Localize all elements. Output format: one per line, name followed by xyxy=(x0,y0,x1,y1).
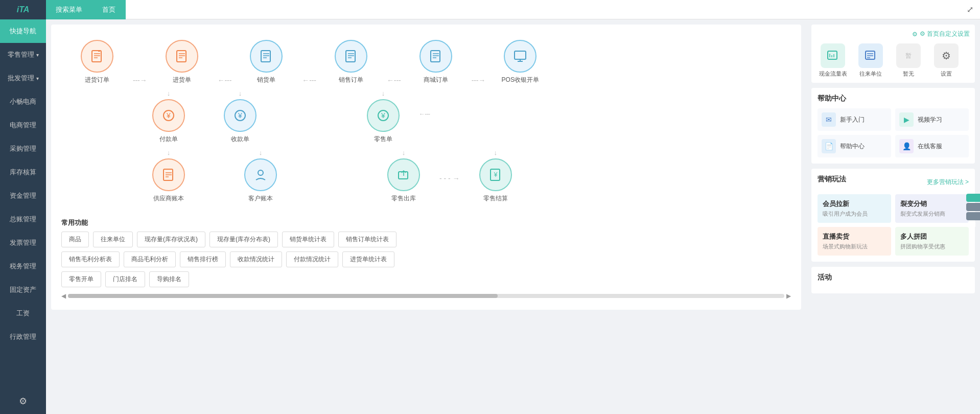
quick-icon-cashflow[interactable]: 现金流量表 xyxy=(816,43,849,78)
sidebar-bottom: ⚙ xyxy=(0,388,46,414)
tab-home[interactable]: 首页 xyxy=(92,0,126,19)
purchase-bill-icon xyxy=(166,40,198,73)
retail-bill-label: 零售单 xyxy=(374,135,392,144)
flow-diagram: 进货订单 - - - → 进货单 ← - - - xyxy=(61,35,791,213)
quick-icon-settings[interactable]: ⚙ 设置 xyxy=(930,43,963,78)
fission-title: 裂变分销 xyxy=(900,199,964,209)
retail-settle-icon: ¥ xyxy=(479,158,512,191)
scroll-right-arrow[interactable]: ▶ xyxy=(786,292,791,300)
sidebar-item-tax[interactable]: 税务管理 xyxy=(0,255,46,278)
func-btn-order-stat[interactable]: 销售订单统计表 xyxy=(338,232,396,247)
sidebar-item-wholesale[interactable]: 批发管理 ▾ xyxy=(0,66,46,90)
chevron-down-icon: ▾ xyxy=(36,76,39,81)
live-title: 直播卖货 xyxy=(823,232,886,241)
sidebar-item-admin[interactable]: 行政管理 xyxy=(0,325,46,349)
func-btn-store-rank[interactable]: 门店排名 xyxy=(105,271,145,287)
payment-label: 付款单 xyxy=(159,135,178,144)
flow-node-supplier-account[interactable]: ↓ 供应商账本 xyxy=(133,147,204,203)
help-item-help[interactable]: 📄 帮助中心 xyxy=(818,135,891,157)
purchase-bill-label: 进货单 xyxy=(173,76,191,84)
flow-node-retail-bill[interactable]: ↓ ¥ 零售单 xyxy=(347,87,419,144)
receipt-icon: ¥ xyxy=(224,99,256,132)
sidebar-item-inventory[interactable]: 库存核算 xyxy=(0,160,46,184)
arrow-v-retail-settle: ↓ xyxy=(494,149,497,156)
sidebar-item-retail[interactable]: 零售管理 ▾ xyxy=(0,43,46,66)
flow-node-mall-order[interactable]: 商城订单 xyxy=(400,40,472,84)
marketing-item-live[interactable]: 直播卖货 场景式购物新玩法 xyxy=(818,227,891,256)
func-btn-payment-stat[interactable]: 付款情况统计 xyxy=(286,251,338,267)
func-btn-stock2[interactable]: 现存量(库存分布表) xyxy=(209,232,278,247)
scroll-left-arrow[interactable]: ◀ xyxy=(61,292,66,300)
help-item-beginner[interactable]: ✉ 新手入门 xyxy=(818,108,891,131)
service-label: 在线客服 xyxy=(918,142,942,151)
sidebar-item-label: 电商管理 xyxy=(10,121,36,130)
beginner-label: 新手入门 xyxy=(840,116,865,124)
float-btn-service[interactable]: 客服热线 xyxy=(966,194,980,202)
sidebar-item-label: 行政管理 xyxy=(10,332,36,341)
sidebar-item-assets[interactable]: 固定资产 xyxy=(0,278,46,302)
func-btn-ranking[interactable]: 销售排行榜 xyxy=(180,251,226,267)
group-sub: 拼团购物享受优惠 xyxy=(900,243,964,250)
sidebar-item-quick-nav[interactable]: 快捷导航 xyxy=(0,19,46,43)
settings-icon-box: ⚙ xyxy=(934,43,959,68)
sidebar-item-salary[interactable]: 工资 xyxy=(0,302,46,325)
func-btn-retail-order[interactable]: 零售开单 xyxy=(61,271,101,287)
func-btn-sales-stat[interactable]: 销货单统计表 xyxy=(282,232,334,247)
help-item-video[interactable]: ▶ 视频学习 xyxy=(895,108,969,131)
float-btn-community[interactable]: 服务社区 xyxy=(966,203,980,211)
func-btn-receipt-stat[interactable]: 收款情况统计 xyxy=(230,251,282,267)
marketing-grid: 会员拉新 吸引用户成为会员 裂变分销 裂变式发展分销商 直播卖货 场景式购物新玩… xyxy=(818,194,969,256)
flow-node-customer-account[interactable]: ↓ 客户账本 xyxy=(225,147,296,203)
sidebar-item-label: 零售管理 xyxy=(8,50,34,59)
quick-icon-partners[interactable]: 往来单位 xyxy=(854,43,887,78)
scroll-track[interactable] xyxy=(68,294,784,298)
flow-node-retail-out[interactable]: ↓ 零售出库 xyxy=(368,147,439,203)
arrow-h-5: - - - → xyxy=(472,76,485,84)
fullscreen-icon[interactable]: ⤢ xyxy=(965,5,975,15)
sidebar-item-ecommerce-small[interactable]: 小畅电商 xyxy=(0,90,46,113)
supplier-account-icon xyxy=(152,158,185,191)
flow-node-purchase-bill[interactable]: 进货单 xyxy=(146,40,218,84)
svg-rect-20 xyxy=(515,51,526,59)
flow-node-sales-order[interactable]: 销售订单 xyxy=(315,40,387,84)
flow-node-receipt[interactable]: ↓ ¥ 收款单 xyxy=(204,87,276,144)
content-area: 进货订单 - - - → 进货单 ← - - - xyxy=(46,19,980,414)
sidebar-item-finance[interactable]: 资金管理 xyxy=(0,184,46,208)
func-btn-guide-rank[interactable]: 导购排名 xyxy=(149,271,189,287)
func-btn-profit1[interactable]: 销售毛利分析表 xyxy=(61,251,120,267)
supplier-account-label: 供应商账本 xyxy=(153,194,184,203)
marketing-item-member[interactable]: 会员拉新 吸引用户成为会员 xyxy=(818,194,891,223)
marketing-item-fission[interactable]: 裂变分销 裂变式发展分销商 xyxy=(895,194,969,223)
sidebar-item-purchase[interactable]: 采购管理 xyxy=(0,137,46,160)
quick-icon-none[interactable]: 暂 暂无 xyxy=(892,43,925,78)
func-btn-stock1[interactable]: 现存量(库存状况表) xyxy=(137,232,205,247)
flow-node-sales-bill[interactable]: 销货单 xyxy=(230,40,302,84)
float-btn-desktop[interactable]: 桌面快捷 xyxy=(966,212,980,220)
float-buttons: 客服热线 服务社区 桌面快捷 xyxy=(966,194,980,220)
sidebar-item-ecommerce-mgmt[interactable]: 电商管理 xyxy=(0,113,46,137)
func-btn-purchase-stat[interactable]: 进货单统计表 xyxy=(342,251,394,267)
sidebar-gear-button[interactable]: ⚙ xyxy=(0,388,46,414)
search-menu-button[interactable]: 搜索菜单 xyxy=(46,0,92,19)
flow-node-payment[interactable]: ↓ ¥ 付款单 xyxy=(133,87,204,144)
func-btn-goods[interactable]: 商品 xyxy=(61,232,89,247)
member-title: 会员拉新 xyxy=(823,199,886,209)
help-item-service[interactable]: 👤 在线客服 xyxy=(895,135,969,157)
more-marketing-link[interactable]: 更多营销玩法 > xyxy=(927,178,969,187)
flow-node-retail-settle[interactable]: ↓ ¥ 零售结算 xyxy=(460,147,531,203)
sidebar-item-invoice[interactable]: 发票管理 xyxy=(0,231,46,255)
common-functions: 常用功能 商品 往来单位 现存量(库存状况表) 现存量(库存分布表) 销货单统计… xyxy=(61,218,791,300)
marketing-item-group[interactable]: 多人拼团 拼团购物享受优惠 xyxy=(895,227,969,256)
sidebar-item-label: 总账管理 xyxy=(10,215,36,224)
sidebar-item-ledger[interactable]: 总账管理 xyxy=(0,208,46,231)
flow-node-pos[interactable]: POS收银开单 xyxy=(484,40,556,84)
flow-node-purchase-order[interactable]: 进货订单 xyxy=(61,40,133,84)
func-btn-partners[interactable]: 往来单位 xyxy=(93,232,133,247)
svg-rect-8 xyxy=(261,51,270,62)
func-btn-profit2[interactable]: 商品毛利分析 xyxy=(124,251,176,267)
help-label: 帮助中心 xyxy=(840,142,865,151)
top-right: ⤢ xyxy=(965,5,980,15)
quick-access-settings[interactable]: ⚙ ⚙ 首页自定义设置 xyxy=(816,30,970,38)
help-center-title: 帮助中心 xyxy=(818,94,969,103)
flow-row3-area: ↓ 供应商账本 ↓ xyxy=(61,147,791,203)
